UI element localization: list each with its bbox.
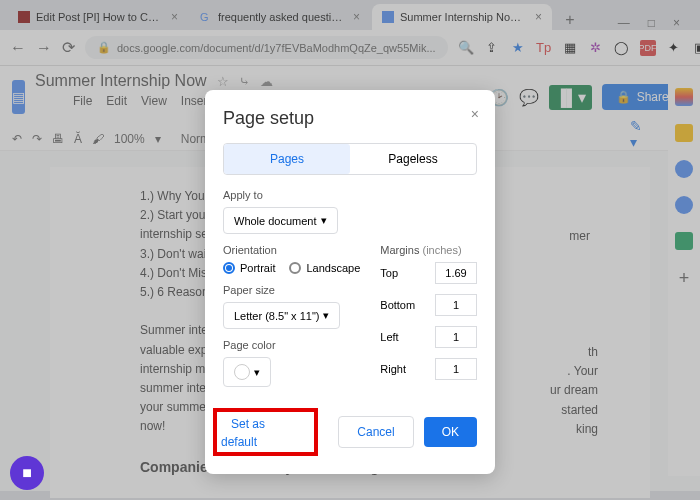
cancel-button[interactable]: Cancel <box>338 416 413 448</box>
margin-top-input[interactable] <box>435 262 477 284</box>
paper-size-label: Paper size <box>223 284 360 296</box>
meet-fab[interactable]: ■ <box>10 456 44 490</box>
tab-pages[interactable]: Pages <box>224 144 350 174</box>
set-default-button[interactable]: Set as default <box>221 410 267 456</box>
orientation-label: Orientation <box>223 244 360 256</box>
close-icon[interactable]: × <box>471 106 479 122</box>
ok-button[interactable]: OK <box>424 417 477 447</box>
portrait-radio[interactable]: Portrait <box>223 262 275 274</box>
landscape-radio[interactable]: Landscape <box>289 262 360 274</box>
video-icon: ■ <box>22 464 32 482</box>
chevron-down-icon: ▾ <box>321 214 327 227</box>
margin-right-input[interactable] <box>435 358 477 380</box>
highlight-annotation: Set as default <box>213 408 318 456</box>
page-setup-dialog: × Page setup Pages Pageless Apply to Who… <box>205 90 495 474</box>
page-mode-tabs: Pages Pageless <box>223 143 477 175</box>
page-color-label: Page color <box>223 339 360 351</box>
chevron-down-icon: ▾ <box>254 366 260 379</box>
margin-left-input[interactable] <box>435 326 477 348</box>
paper-size-select[interactable]: Letter (8.5" x 11")▾ <box>223 302 340 329</box>
apply-to-select[interactable]: Whole document▾ <box>223 207 338 234</box>
margin-bottom-input[interactable] <box>435 294 477 316</box>
page-color-select[interactable]: ▾ <box>223 357 271 387</box>
apply-to-label: Apply to <box>223 189 477 201</box>
margins-label: Margins (inches) <box>380 244 477 256</box>
tab-pageless[interactable]: Pageless <box>350 144 476 174</box>
chevron-down-icon: ▾ <box>323 309 329 322</box>
dialog-title: Page setup <box>223 108 477 129</box>
